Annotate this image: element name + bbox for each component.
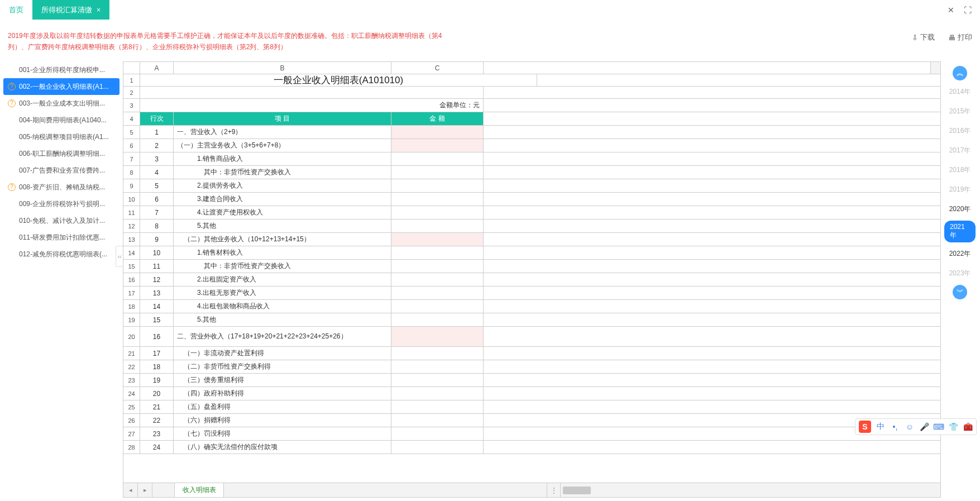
- tab-active[interactable]: 所得税汇算清缴 ×: [32, 0, 109, 20]
- cell-seq[interactable]: 17: [140, 347, 174, 360]
- cell-item[interactable]: 4.让渡资产使用权收入: [174, 206, 391, 219]
- row-header[interactable]: 6: [123, 139, 140, 152]
- cell-seq[interactable]: 23: [140, 427, 174, 440]
- cell-seq[interactable]: 10: [140, 246, 174, 259]
- year-item[interactable]: 2017年: [944, 142, 976, 159]
- cell-seq[interactable]: 5: [140, 179, 174, 192]
- year-item[interactable]: 2014年: [944, 84, 976, 100]
- cell-item[interactable]: （五）盘盈利得: [174, 400, 391, 413]
- col-header-a[interactable]: A: [140, 62, 174, 74]
- cell-amount[interactable]: [391, 246, 484, 259]
- cell-amount[interactable]: [391, 347, 484, 360]
- ime-keyboard-icon[interactable]: ⌨: [934, 422, 944, 432]
- row-header[interactable]: 22: [123, 360, 140, 373]
- row-header[interactable]: 8: [123, 166, 140, 179]
- row-header[interactable]: 4: [123, 112, 140, 125]
- cell-seq[interactable]: 3: [140, 152, 174, 165]
- cell-amount[interactable]: [391, 374, 484, 387]
- row-header[interactable]: 7: [123, 152, 140, 165]
- row-header[interactable]: 24: [123, 387, 140, 400]
- cell-amount[interactable]: [391, 152, 484, 165]
- row-header[interactable]: 13: [123, 233, 140, 246]
- row-header[interactable]: 2: [123, 87, 140, 98]
- tab-home[interactable]: 首页: [0, 0, 32, 20]
- col-header-c[interactable]: C: [391, 62, 484, 74]
- year-item[interactable]: 2015年: [944, 103, 976, 120]
- row-header[interactable]: 20: [123, 327, 140, 346]
- sidebar-item[interactable]: ?002-一般企业收入明细表(A1...: [3, 78, 119, 95]
- row-header[interactable]: 12: [123, 220, 140, 232]
- cell-item[interactable]: 4.出租包装物和商品收入: [174, 300, 391, 313]
- row-header[interactable]: 5: [123, 126, 140, 139]
- ime-logo-icon[interactable]: S: [859, 421, 871, 433]
- sidebar-item[interactable]: 007-广告费和业务宣传费跨...: [0, 162, 123, 179]
- cell-amount[interactable]: [391, 193, 484, 206]
- cell-item[interactable]: （七）罚没利得: [174, 427, 391, 440]
- cell-item[interactable]: （二）其他业务收入（10+12+13+14+15）: [174, 233, 391, 246]
- cell-seq[interactable]: 2: [140, 139, 174, 152]
- cell-item[interactable]: 5.其他: [174, 220, 391, 232]
- cell-seq[interactable]: 8: [140, 220, 174, 232]
- row-header[interactable]: 3: [123, 99, 140, 112]
- grid-body[interactable]: 1 一般企业收入明细表(A101010) 2 3 金额单位：元 4 行次 项 目…: [123, 74, 940, 483]
- cell-amount[interactable]: [391, 233, 484, 246]
- print-button[interactable]: 🖶 打印: [948, 32, 972, 42]
- cell-seq[interactable]: 14: [140, 300, 174, 313]
- row-header[interactable]: 21: [123, 347, 140, 360]
- row-header[interactable]: 28: [123, 441, 140, 454]
- sidebar-collapse-toggle[interactable]: ‹‹: [116, 246, 123, 267]
- sidebar-item[interactable]: 006-职工薪酬纳税调整明细...: [0, 145, 123, 162]
- cell-seq[interactable]: 24: [140, 441, 174, 454]
- cell-item[interactable]: （四）政府补助利得: [174, 387, 391, 400]
- select-all-corner[interactable]: [123, 62, 140, 74]
- cell-amount[interactable]: [391, 327, 484, 346]
- year-scroll-down[interactable]: ︾: [953, 285, 967, 299]
- cell-seq[interactable]: 4: [140, 166, 174, 179]
- ime-punct-icon[interactable]: •,: [890, 422, 900, 432]
- cell-amount[interactable]: [391, 400, 484, 413]
- row-header[interactable]: 11: [123, 206, 140, 219]
- row-header[interactable]: 1: [123, 74, 140, 86]
- cell-seq[interactable]: 21: [140, 400, 174, 413]
- sidebar-item[interactable]: 001-企业所得税年度纳税申...: [0, 61, 123, 78]
- sheet-nav-prev[interactable]: ▸: [138, 483, 152, 497]
- cell-amount[interactable]: [391, 441, 484, 454]
- sheet-nav-first[interactable]: ◂: [123, 483, 138, 497]
- cell-seq[interactable]: 18: [140, 360, 174, 373]
- sheet-resize-handle[interactable]: ⋮: [547, 483, 561, 497]
- cell-item[interactable]: （六）捐赠利得: [174, 414, 391, 427]
- cell-amount[interactable]: [391, 166, 484, 179]
- cell-amount[interactable]: [391, 300, 484, 313]
- year-scroll-up[interactable]: ︽: [953, 66, 967, 80]
- ime-skin-icon[interactable]: 👕: [948, 422, 958, 432]
- cell-seq[interactable]: 22: [140, 414, 174, 427]
- cell-seq[interactable]: 13: [140, 287, 174, 299]
- sidebar-item[interactable]: 009-企业所得税弥补亏损明...: [0, 195, 123, 212]
- cell-seq[interactable]: 7: [140, 206, 174, 219]
- row-header[interactable]: 18: [123, 300, 140, 313]
- sheet-tab[interactable]: 收入明细表: [175, 483, 224, 497]
- cell-amount[interactable]: [391, 360, 484, 373]
- sidebar-item[interactable]: 005-纳税调整项目明细表(A1...: [0, 128, 123, 145]
- cell-seq[interactable]: 1: [140, 126, 174, 139]
- row-header[interactable]: 23: [123, 374, 140, 387]
- cell-amount[interactable]: [391, 260, 484, 273]
- row-header[interactable]: 14: [123, 246, 140, 259]
- row-header[interactable]: 15: [123, 260, 140, 273]
- row-header[interactable]: 25: [123, 400, 140, 413]
- row-header[interactable]: 19: [123, 313, 140, 326]
- download-button[interactable]: ⇩ 下载: [912, 32, 935, 42]
- cell-amount[interactable]: [391, 139, 484, 152]
- cell-item[interactable]: （一）主营业务收入（3+5+6+7+8）: [174, 139, 391, 152]
- ime-lang-toggle[interactable]: 中: [876, 422, 886, 432]
- year-item[interactable]: 2018年: [944, 162, 976, 178]
- sidebar-item[interactable]: ?003-一般企业成本支出明细...: [0, 95, 123, 112]
- year-item-active[interactable]: 2021年: [944, 221, 976, 242]
- window-close-icon[interactable]: ✕: [946, 6, 955, 15]
- cell-item[interactable]: 2.出租固定资产收入: [174, 273, 391, 286]
- ime-toolbar[interactable]: S 中 •, ☺ 🎤 ⌨ 👕 🧰: [855, 418, 977, 435]
- cell-amount[interactable]: [391, 273, 484, 286]
- cell-seq[interactable]: 19: [140, 374, 174, 387]
- cell-item[interactable]: （八）确实无法偿付的应付款项: [174, 441, 391, 454]
- cell-seq[interactable]: 15: [140, 313, 174, 326]
